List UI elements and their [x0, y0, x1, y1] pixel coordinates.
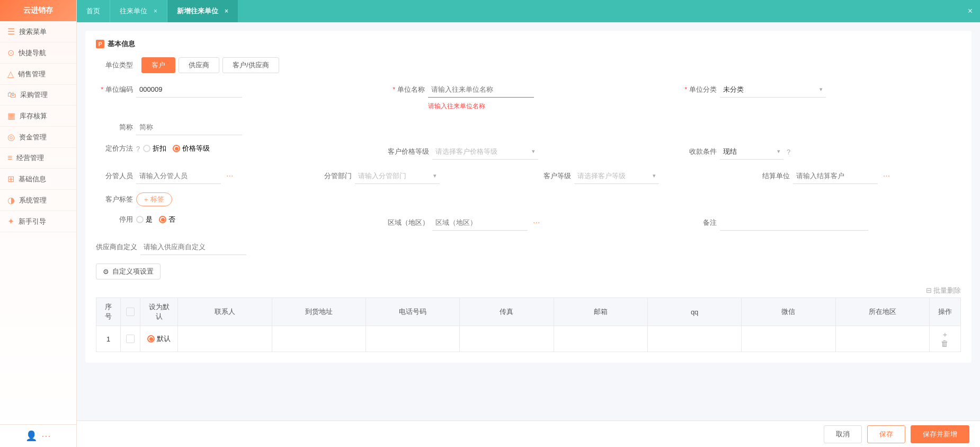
phone-input[interactable]: [371, 335, 454, 343]
pricing-help-icon[interactable]: ?: [136, 145, 140, 153]
radio-discount-label: 折扣: [153, 144, 166, 153]
unit-category-label: 单位分类: [680, 85, 717, 94]
sidebar-item-search[interactable]: ☰ 搜索菜单: [0, 21, 76, 42]
save-new-button[interactable]: 保存并新增: [911, 425, 969, 443]
sidebar-item-guide[interactable]: ✦ 新手引导: [0, 211, 76, 232]
customer-price-level-chevron: ▾: [532, 148, 535, 155]
tab-units-close[interactable]: ×: [154, 7, 157, 15]
th-phone: 电话号码: [366, 298, 460, 326]
sidebar-item-sales[interactable]: △ 销售管理: [0, 64, 76, 85]
unit-code-input[interactable]: [136, 82, 242, 98]
custom-settings-label: 自定义项设置: [112, 267, 154, 276]
td-seq: 1: [96, 326, 121, 352]
tab-home[interactable]: 首页: [77, 0, 110, 22]
short-name-input[interactable]: [136, 119, 242, 135]
manager-input[interactable]: [136, 168, 221, 184]
dept-select[interactable]: 请输入分管部门 ▾: [355, 168, 440, 184]
dept-placeholder: 请输入分管部门: [358, 171, 406, 181]
disabled-label: 停用: [96, 215, 133, 224]
group-unit-category: 单位分类 未分类 ▾: [680, 82, 961, 98]
row-default-radio-inner: [149, 337, 153, 341]
qq-input[interactable]: [653, 335, 736, 343]
address-input[interactable]: [278, 335, 360, 343]
radio-yes-outer: [136, 216, 144, 223]
cancel-button[interactable]: 取消: [824, 425, 862, 443]
sidebar-more-icon[interactable]: ⋯: [41, 430, 51, 442]
td-email[interactable]: [554, 326, 647, 352]
close-all-tabs[interactable]: ×: [960, 6, 980, 16]
tab-new-unit[interactable]: 新增往来单位 ×: [167, 0, 238, 22]
td-checkbox[interactable]: [121, 326, 140, 352]
tab-units-label: 往来单位: [120, 6, 147, 16]
manager-more-btn[interactable]: ···: [224, 171, 235, 181]
radio-price-level[interactable]: 价格等级: [173, 144, 210, 153]
location-input[interactable]: [841, 335, 924, 343]
group-disabled: 停用 是 否: [96, 215, 377, 224]
fax-input[interactable]: [465, 335, 548, 343]
th-seq: 序号: [96, 298, 121, 326]
customer-price-level-select[interactable]: 请选择客户价格等级 ▾: [432, 144, 538, 160]
group-customer-tag: 客户标签 + 标签: [96, 192, 961, 206]
inventory-icon: ▦: [7, 111, 15, 121]
settlement-input[interactable]: [793, 168, 878, 184]
td-location[interactable]: [835, 326, 929, 352]
td-contact[interactable]: [178, 326, 272, 352]
row-default-radio[interactable]: [147, 335, 155, 343]
region-input[interactable]: [432, 215, 528, 231]
sidebar-item-purchase[interactable]: 🛍 采购管理: [0, 85, 76, 106]
sidebar-label-sales: 销售管理: [18, 69, 46, 79]
sidebar-item-system[interactable]: ◑ 系统管理: [0, 190, 76, 211]
tab-units[interactable]: 往来单位 ×: [110, 0, 167, 22]
wechat-input[interactable]: [747, 335, 830, 343]
batch-delete-icon: ⊟: [926, 286, 932, 294]
settlement-more-btn[interactable]: ···: [881, 171, 892, 181]
radio-discount[interactable]: 折扣: [143, 144, 166, 153]
sidebar-item-finance[interactable]: ◎ 资金管理: [0, 127, 76, 148]
payment-help-icon[interactable]: ?: [787, 148, 790, 156]
payment-terms-select[interactable]: 现结 ▾: [720, 144, 783, 160]
payment-terms-label: 收款条件: [680, 147, 717, 156]
th-checkbox[interactable]: [121, 298, 140, 326]
unit-category-select[interactable]: 未分类 ▾: [720, 82, 826, 98]
radio-no[interactable]: 否: [159, 215, 175, 224]
tab-new-unit-close[interactable]: ×: [225, 7, 228, 15]
batch-delete-btn[interactable]: ⊟ 批量删除: [96, 286, 961, 295]
group-pricing-method: 定价方法 ? 折扣 价格等级: [96, 144, 377, 153]
custom-settings-btn[interactable]: ⚙ 自定义项设置: [96, 264, 161, 279]
td-address[interactable]: [272, 326, 366, 352]
remark-input[interactable]: [720, 215, 868, 231]
customer-level-select[interactable]: 请选择客户等级 ▾: [574, 168, 659, 184]
radio-yes[interactable]: 是: [136, 215, 153, 224]
supplier-custom-input[interactable]: [140, 239, 246, 255]
add-tag-btn[interactable]: + 标签: [136, 192, 172, 206]
unit-name-error: 请输入往来单位名称: [428, 102, 485, 111]
row-delete-btn[interactable]: 🗑: [939, 339, 950, 348]
sidebar-label-finance: 资金管理: [19, 133, 47, 142]
td-wechat[interactable]: [742, 326, 835, 352]
sidebar-item-operation[interactable]: ≡ 经营管理: [0, 148, 76, 169]
contact-input[interactable]: [183, 335, 266, 343]
sidebar-item-quicknav[interactable]: ⊙ 快捷导航: [0, 42, 76, 64]
region-label: 区域（地区）: [388, 218, 429, 227]
row-checkbox[interactable]: [126, 335, 135, 343]
td-qq[interactable]: [647, 326, 741, 352]
sidebar-user-icon[interactable]: 👤: [25, 430, 37, 442]
btn-customer[interactable]: 客户: [141, 57, 175, 73]
td-default[interactable]: 默认: [140, 326, 178, 352]
th-contact: 联系人: [178, 298, 272, 326]
unit-name-input[interactable]: [428, 82, 534, 98]
email-input[interactable]: [559, 335, 642, 343]
sidebar-item-baseinfo[interactable]: ⊞ 基础信息: [0, 169, 76, 190]
radio-price-level-label: 价格等级: [182, 144, 210, 153]
sidebar-item-inventory[interactable]: ▦ 库存核算: [0, 106, 76, 127]
td-fax[interactable]: [460, 326, 554, 352]
btn-both[interactable]: 客户/供应商: [222, 57, 279, 73]
sales-icon: △: [7, 69, 14, 79]
row-add-btn[interactable]: +: [941, 330, 949, 339]
td-phone[interactable]: [366, 326, 460, 352]
form-card: P 基本信息 单位类型 客户 供应商 客户/供应商 单位编码 单位名称: [85, 31, 972, 363]
save-button[interactable]: 保存: [867, 425, 905, 443]
region-more-btn[interactable]: ···: [531, 218, 542, 227]
select-all-checkbox[interactable]: [126, 308, 135, 316]
btn-supplier[interactable]: 供应商: [179, 57, 219, 73]
